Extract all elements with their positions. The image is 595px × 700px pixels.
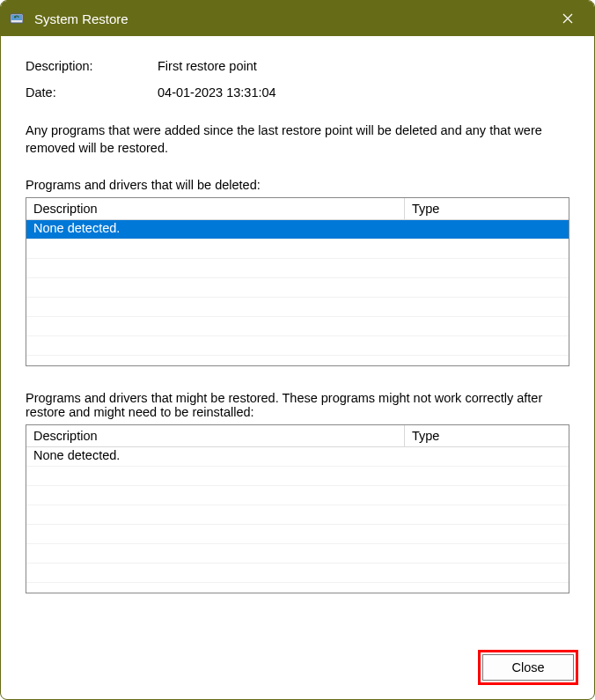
cell-type bbox=[405, 220, 569, 239]
restored-section-label: Programs and drivers that might be resto… bbox=[26, 391, 569, 419]
table-row[interactable] bbox=[26, 278, 569, 298]
window-close-button[interactable] bbox=[548, 1, 587, 36]
table-row[interactable] bbox=[26, 317, 569, 336]
table-row[interactable] bbox=[26, 525, 569, 544]
table-row[interactable] bbox=[26, 544, 569, 564]
restored-table-body: None detected. bbox=[26, 447, 569, 593]
system-restore-icon bbox=[8, 10, 26, 27]
system-restore-window: System Restore Description: First restor… bbox=[0, 0, 595, 700]
date-label: Date: bbox=[26, 85, 158, 99]
titlebar: System Restore bbox=[1, 1, 594, 36]
close-button-highlight: Close bbox=[478, 650, 578, 685]
deleted-table[interactable]: Description Type None detected. bbox=[26, 197, 569, 366]
deleted-table-body: None detected. bbox=[26, 220, 569, 365]
deleted-table-header: Description Type bbox=[26, 198, 569, 220]
table-row[interactable] bbox=[26, 486, 569, 505]
close-button[interactable]: Close bbox=[482, 654, 574, 681]
column-description[interactable]: Description bbox=[26, 425, 405, 447]
cell-type bbox=[405, 447, 569, 466]
cell-description: None detected. bbox=[26, 447, 405, 466]
table-row[interactable] bbox=[26, 564, 569, 583]
restored-table[interactable]: Description Type None detected. bbox=[26, 424, 569, 593]
table-row[interactable] bbox=[26, 239, 569, 259]
info-text: Any programs that were added since the l… bbox=[26, 122, 569, 157]
deleted-section-label: Programs and drivers that will be delete… bbox=[26, 178, 569, 192]
table-row[interactable]: None detected. bbox=[26, 220, 569, 239]
column-type[interactable]: Type bbox=[405, 198, 569, 220]
close-icon bbox=[562, 13, 573, 24]
table-row[interactable] bbox=[26, 298, 569, 317]
table-row[interactable] bbox=[26, 259, 569, 278]
column-description[interactable]: Description bbox=[26, 198, 405, 220]
table-row[interactable]: None detected. bbox=[26, 447, 569, 467]
table-row[interactable] bbox=[26, 467, 569, 486]
restored-table-header: Description Type bbox=[26, 425, 569, 447]
table-row[interactable] bbox=[26, 505, 569, 525]
window-title: System Restore bbox=[34, 11, 548, 26]
description-label: Description: bbox=[26, 59, 158, 73]
date-row: Date: 04-01-2023 13:31:04 bbox=[26, 85, 569, 99]
description-value: First restore point bbox=[158, 59, 257, 73]
description-row: Description: First restore point bbox=[26, 59, 569, 73]
date-value: 04-01-2023 13:31:04 bbox=[158, 85, 276, 99]
column-type[interactable]: Type bbox=[405, 425, 569, 447]
table-row[interactable] bbox=[26, 336, 569, 356]
dialog-body: Description: First restore point Date: 0… bbox=[1, 36, 594, 643]
dialog-footer: Close bbox=[1, 643, 594, 699]
cell-description: None detected. bbox=[26, 220, 405, 239]
